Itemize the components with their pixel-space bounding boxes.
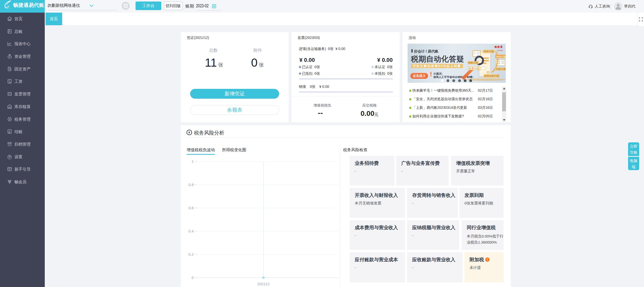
- svg-text:0.6: 0.6: [188, 206, 194, 210]
- svg-text:1: 1: [192, 159, 194, 164]
- svg-text:0: 0: [192, 275, 194, 280]
- svg-text:0.4: 0.4: [188, 229, 194, 233]
- svg-text:0.8: 0.8: [188, 182, 194, 187]
- svg-text:0.2: 0.2: [188, 252, 194, 256]
- svg-text:202112: 202112: [257, 282, 270, 286]
